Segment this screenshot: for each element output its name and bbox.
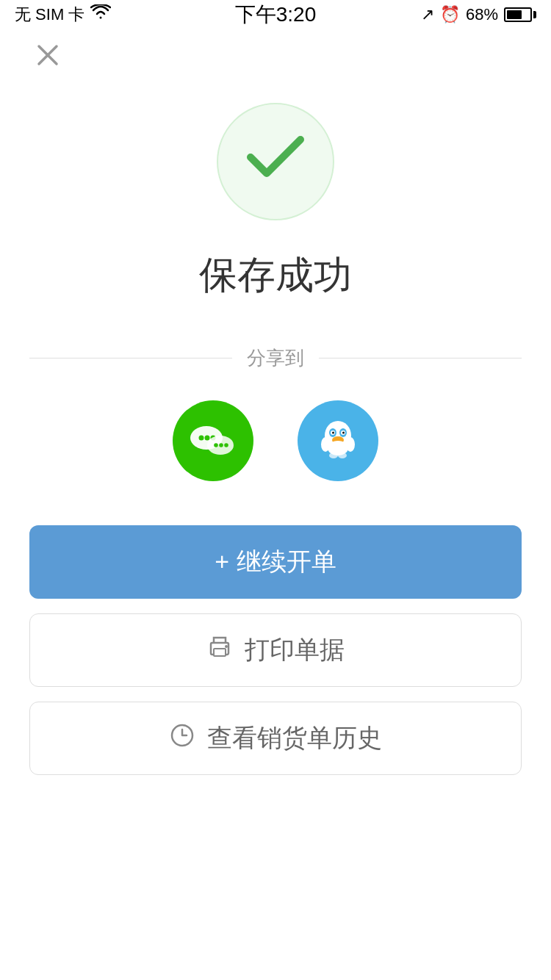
location-icon: ↗ [421, 5, 434, 24]
status-right: ↗ ⏰ 68% [421, 5, 536, 24]
main-content: 保存成功 分享到 [0, 29, 551, 775]
close-button[interactable] [29, 37, 66, 73]
history-icon [169, 722, 195, 754]
print-icon [206, 634, 233, 666]
wechat-share-button[interactable] [173, 400, 253, 481]
svg-point-3 [199, 436, 204, 441]
svg-point-9 [224, 443, 228, 447]
svg-point-21 [329, 453, 338, 458]
status-bar: 无 SIM 卡 下午3:20 ↗ ⏰ 68% [0, 0, 551, 29]
svg-point-16 [342, 432, 345, 434]
history-button-label: 查看销货单历史 [207, 721, 382, 755]
continue-order-button[interactable]: + 继续开单 [29, 525, 522, 599]
status-time: 下午3:20 [235, 1, 317, 29]
qq-share-button[interactable] [298, 400, 378, 481]
battery-icon [504, 7, 536, 22]
wifi-icon [90, 4, 111, 25]
sim-status: 无 SIM 卡 [15, 4, 84, 26]
svg-point-4 [205, 436, 210, 441]
share-label: 分享到 [232, 345, 319, 371]
print-button[interactable]: 打印单据 [29, 613, 522, 687]
buttons-section: + 继续开单 打印单据 查看销货单历史 [0, 525, 551, 775]
checkmark-icon [246, 132, 305, 191]
success-icon-circle [217, 103, 334, 220]
svg-point-25 [225, 645, 228, 648]
success-title: 保存成功 [199, 250, 352, 301]
svg-point-22 [338, 453, 347, 458]
svg-point-8 [219, 443, 223, 447]
status-left: 无 SIM 卡 [15, 4, 111, 26]
svg-rect-24 [214, 649, 226, 656]
svg-point-15 [332, 432, 334, 434]
print-button-label: 打印单据 [245, 633, 345, 667]
svg-point-7 [214, 443, 218, 447]
alarm-icon: ⏰ [440, 5, 460, 24]
share-divider: 分享到 [0, 345, 551, 371]
share-icons [173, 400, 378, 481]
history-button[interactable]: 查看销货单历史 [29, 702, 522, 775]
share-section: 分享到 [0, 345, 551, 481]
battery-percent: 68% [466, 5, 498, 24]
